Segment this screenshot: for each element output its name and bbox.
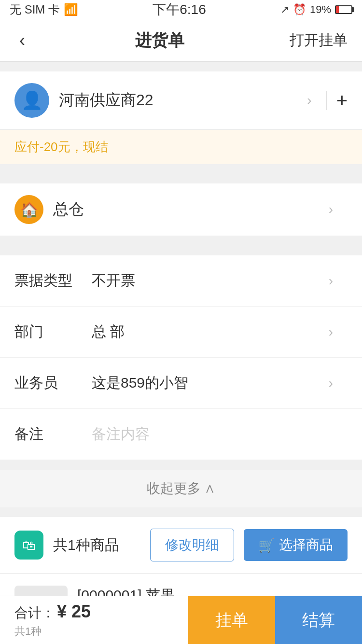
notice-text: 应付-20元，现结 (14, 140, 108, 154)
remark-row[interactable]: 备注 备注内容 (0, 409, 362, 460)
select-product-label: 选择商品 (279, 536, 333, 554)
gap-1 (0, 62, 362, 71)
remark-input[interactable]: 备注内容 (92, 424, 348, 444)
supplier-avatar: 👤 (14, 83, 49, 118)
total-amount: ¥ 25 (57, 602, 91, 622)
department-row[interactable]: 部门 总 部 › (0, 307, 362, 358)
products-icon: 🛍 (14, 531, 43, 560)
products-header: 🛍 共1种商品 修改明细 🛒 选择商品 (0, 517, 362, 573)
notice-bar: 应付-20元，现结 (0, 130, 362, 164)
supplier-section: 👤 河南供应商22 › + 应付-20元，现结 (0, 71, 362, 164)
salesman-chevron-icon: › (329, 376, 333, 391)
pending-button[interactable]: 挂单 (188, 596, 275, 644)
nav-bar: ‹ 进货单 打开挂单 (0, 19, 362, 62)
warehouse-chevron-icon: › (329, 202, 333, 217)
bottom-bar: 合计： ¥ 25 共1种 挂单 结算 (0, 596, 362, 644)
supplier-row[interactable]: 👤 河南供应商22 › + (0, 71, 362, 130)
salesman-row[interactable]: 业务员 这是859的小智 › (0, 358, 362, 409)
open-pending-button[interactable]: 打开挂单 (290, 30, 348, 50)
status-bar: 无 SIM 卡 📶 下午6:16 ↗ ⏰ 19% (0, 0, 362, 19)
ticket-type-value: 不开票 (92, 271, 329, 291)
salesman-label: 业务员 (14, 373, 92, 393)
alarm-icon: ⏰ (293, 3, 306, 16)
battery-icon (335, 5, 352, 14)
checkout-button[interactable]: 结算 (275, 596, 362, 644)
supplier-divider (326, 91, 327, 110)
warehouse-icon: 🏠 (14, 195, 43, 224)
total-row: 合计： ¥ 25 (14, 602, 174, 622)
products-count: 共1种商品 (53, 535, 140, 555)
supplier-chevron-icon: › (307, 93, 311, 108)
back-button[interactable]: ‹ (14, 26, 30, 56)
status-right: ↗ ⏰ 19% (280, 3, 352, 16)
battery-percentage: 19% (310, 3, 331, 16)
bag-icon: 🛍 (22, 537, 36, 553)
gap-2 (0, 164, 362, 174)
select-product-button[interactable]: 🛒 选择商品 (244, 529, 348, 561)
total-count: 共1种 (14, 624, 174, 639)
department-label: 部门 (14, 322, 92, 342)
gap-3 (0, 236, 362, 246)
edit-detail-button[interactable]: 修改明细 (150, 529, 234, 561)
house-icon: 🏠 (20, 201, 38, 218)
form-section: 票据类型 不开票 › 部门 总 部 › 业务员 这是859的小智 › 备注 备注… (0, 255, 362, 460)
wifi-icon: 📶 (64, 3, 78, 16)
cart-icon: 🛒 (258, 537, 275, 553)
location-icon: ↗ (280, 3, 289, 16)
avatar-icon: 👤 (21, 90, 43, 111)
warehouse-name: 总仓 (53, 199, 329, 220)
department-value: 总 部 (92, 322, 329, 342)
warehouse-row[interactable]: 🏠 总仓 › (0, 183, 362, 236)
ticket-type-label: 票据类型 (14, 271, 92, 291)
department-chevron-icon: › (329, 324, 333, 340)
ticket-type-row[interactable]: 票据类型 不开票 › (0, 255, 362, 307)
no-sim-text: 无 SIM 卡 (10, 2, 60, 17)
status-time: 下午6:16 (153, 0, 206, 19)
remark-label: 备注 (14, 424, 92, 444)
collapse-bar[interactable]: 收起更多 ∧ (0, 470, 362, 507)
add-supplier-button[interactable]: + (336, 90, 348, 112)
supplier-name: 河南供应商22 (59, 90, 307, 111)
total-label: 合计： (14, 604, 55, 622)
page-title: 进货单 (135, 29, 184, 52)
collapse-label: 收起更多 ∧ (147, 481, 216, 496)
salesman-value: 这是859的小智 (92, 373, 329, 393)
total-section: 合计： ¥ 25 共1种 (0, 602, 188, 639)
ticket-type-chevron-icon: › (329, 273, 333, 289)
status-left: 无 SIM 卡 📶 (10, 2, 78, 17)
